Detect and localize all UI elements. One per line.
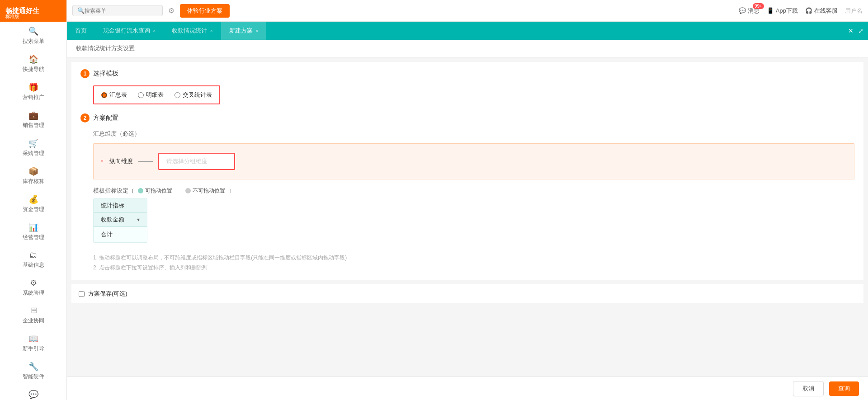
sidebar-icon-search: 🔍: [28, 26, 38, 36]
radio-summary[interactable]: 汇总表: [101, 91, 127, 99]
radio-summary-label: 汇总表: [109, 91, 127, 99]
sidebar-label-nav: 快捷导航: [23, 66, 44, 73]
tab-new[interactable]: 新建方案×: [221, 22, 266, 40]
online-support[interactable]: 🎧 在线客服: [805, 7, 838, 15]
search-icon: 🔍: [77, 7, 85, 14]
sidebar-icon-finance: 💰: [28, 194, 38, 204]
sidebar-item-purchase[interactable]: 🛒采购管理: [0, 134, 66, 162]
main-area: 🔍 ⚙ 体验行业方案 💬 消息 99+ 📱 App下载 🎧 在线客服 用户名 首…: [67, 0, 868, 400]
sidebar-icon-purchase: 🛒: [28, 138, 38, 148]
expand-icon[interactable]: ⤢: [858, 27, 863, 34]
step2-label: 方案配置: [93, 114, 118, 122]
sidebar-label-hardware: 智能硬件: [23, 373, 44, 381]
cancel-button[interactable]: 取消: [793, 381, 824, 396]
dimension-area: * 纵向维度 —— 请选择分组维度: [93, 143, 854, 179]
sidebar-icon-wechat: 💬: [28, 390, 38, 400]
query-button[interactable]: 查询: [829, 381, 859, 396]
logo: 畅捷通好生 标准版: [0, 0, 66, 22]
radio-detail-label: 明细表: [146, 91, 164, 99]
sidebar-item-wechat[interactable]: 💬企业微信: [0, 385, 66, 400]
tab-close-bank[interactable]: ×: [153, 28, 156, 33]
content-area: 收款情况统计方案设置 1 选择模板 汇总表 明细表: [67, 40, 868, 400]
download-icon: 📱: [767, 7, 774, 14]
sidebar-label-sales: 销售管理: [23, 122, 44, 129]
col1-dropdown-icon[interactable]: ▾: [137, 216, 140, 223]
sidebar-label-collab: 企业协同: [23, 317, 44, 325]
notifications[interactable]: 💬 消息 99+: [739, 7, 760, 15]
sidebar-item-nav[interactable]: 🏠快捷导航: [0, 50, 66, 78]
sidebar-item-hardware[interactable]: 🔧智能硬件: [0, 357, 66, 385]
download-label: App下载: [776, 7, 798, 15]
metrics-header-label: 统计指标: [101, 202, 124, 210]
save-checkbox[interactable]: [79, 291, 85, 297]
draggable-toggle: 可拖动位置: [138, 187, 172, 195]
radio-detail-input[interactable]: [138, 92, 144, 98]
sidebar-item-sales[interactable]: 💼销售管理: [0, 106, 66, 134]
col2-label: 合计: [101, 231, 113, 238]
tab-label-home: 首页: [75, 27, 87, 35]
message-icon: 💬: [739, 7, 746, 14]
metrics-table: 统计指标 收款金额 ▾ 合计: [93, 198, 147, 243]
step1-row: 1 选择模板: [80, 69, 854, 78]
step2-badge: 2: [80, 113, 90, 122]
radio-cross[interactable]: 交叉统计表: [175, 91, 212, 99]
step2-row: 2 方案配置: [80, 113, 854, 122]
sidebar-icon-collab: 🖥: [29, 306, 38, 315]
sidebar-item-operations[interactable]: 📊经营管理: [0, 218, 66, 246]
trial-button[interactable]: 体验行业方案: [180, 4, 230, 18]
tab-home[interactable]: 首页: [67, 22, 95, 40]
sidebar-item-base[interactable]: 🗂基础信息: [0, 246, 66, 273]
sidebar-label-system: 系统管理: [23, 289, 44, 297]
sidebar-icon-nav: 🏠: [28, 54, 38, 64]
sidebar-label-guide: 新手引导: [23, 345, 44, 353]
step1-badge: 1: [80, 69, 90, 78]
tip2: 2. 点击标题栏下拉可设置排序、插入列和删除列: [93, 263, 854, 273]
non-draggable-dot: [185, 188, 191, 193]
radio-cross-input[interactable]: [175, 92, 180, 98]
tab-bar: 首页现金银行流水查询×收款情况统计×新建方案×✕⤢: [67, 22, 868, 40]
tabs-right-actions: ✕⤢: [848, 27, 868, 34]
arrow-icon: ——: [138, 157, 153, 165]
required-indicator: *: [101, 158, 103, 165]
topbar-right: 💬 消息 99+ 📱 App下载 🎧 在线客服 用户名: [739, 7, 863, 15]
close-window-icon[interactable]: ✕: [848, 27, 854, 34]
vertical-dimension-row: * 纵向维度 —— 请选择分组维度: [101, 153, 847, 170]
sidebar: 畅捷通好生 标准版 🔍搜索菜单🏠快捷导航🎁营销推广💼销售管理🛒采购管理📦库存核算…: [0, 0, 67, 400]
sidebar-icon-inventory: 📦: [28, 166, 38, 176]
user-avatar[interactable]: 用户名: [845, 7, 863, 15]
support-icon: 🎧: [805, 7, 812, 14]
sidebar-label-purchase: 采购管理: [23, 150, 44, 157]
sidebar-item-system[interactable]: ⚙系统管理: [0, 273, 66, 301]
footer-bar: 取消 查询: [67, 376, 868, 400]
step1-label: 选择模板: [93, 70, 118, 78]
tab-close-new[interactable]: ×: [255, 28, 258, 33]
sidebar-item-marketing[interactable]: 🎁营销推广: [0, 78, 66, 106]
sidebar-item-finance[interactable]: 💰资金管理: [0, 190, 66, 218]
non-draggable-label: 不可拖动位置: [193, 187, 225, 195]
sidebar-item-guide[interactable]: 📖新手引导: [0, 329, 66, 357]
search-bar[interactable]: 🔍: [72, 5, 163, 16]
tab-bank[interactable]: 现金银行流水查询×: [95, 22, 164, 40]
metrics-title-text: 模板指标设定（: [93, 187, 134, 195]
sidebar-item-inventory[interactable]: 📦库存核算: [0, 162, 66, 190]
draggable-dot: [138, 188, 143, 193]
sidebar-label-base: 基础信息: [23, 261, 44, 269]
col1-label: 收款金额: [101, 216, 124, 224]
sidebar-label-operations: 经营管理: [23, 234, 44, 241]
sidebar-label-finance: 资金管理: [23, 206, 44, 213]
tab-label-new: 新建方案: [229, 27, 253, 35]
close-paren: ）: [229, 187, 235, 195]
radio-detail[interactable]: 明细表: [138, 91, 164, 99]
gear-icon[interactable]: ⚙: [168, 6, 175, 15]
sidebar-item-search[interactable]: 🔍搜索菜单: [0, 22, 66, 50]
app-download[interactable]: 📱 App下载: [767, 7, 798, 15]
sidebar-icon-base: 🗂: [29, 250, 38, 260]
radio-summary-input[interactable]: [101, 92, 107, 98]
sidebar-item-collab[interactable]: 🖥企业协同: [0, 301, 66, 329]
tab-close-receipt[interactable]: ×: [210, 28, 212, 33]
tip1: 1. 拖动标题栏可以调整布局，不可跨维度或指标区域拖动栏目字段(只能在同一维度或…: [93, 253, 854, 263]
tab-receipt[interactable]: 收款情况统计×: [164, 22, 221, 40]
dimension-select[interactable]: 请选择分组维度: [158, 153, 235, 170]
logo-sub: 标准版: [5, 14, 19, 20]
search-input[interactable]: [85, 8, 152, 14]
